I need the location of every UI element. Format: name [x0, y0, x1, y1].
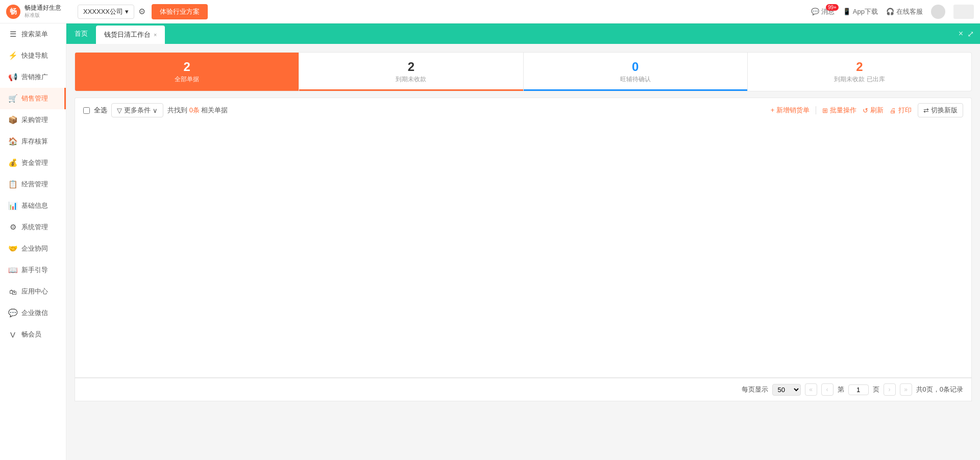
search-icon: ☰ [8, 30, 17, 39]
sidebar-item-wechat[interactable]: 💬 企业微信 [0, 302, 66, 324]
divider [816, 106, 816, 114]
sidebar-label-apps: 应用中心 [21, 287, 48, 296]
app-download-button[interactable]: 📱 App下载 [843, 7, 878, 16]
tab-close-icon[interactable]: × [154, 32, 157, 38]
switch-version-button[interactable]: ⇄ 切换新版 [918, 103, 963, 117]
batch-label: 批量操作 [830, 106, 856, 115]
tab-home-label: 首页 [75, 29, 88, 38]
pagination-bar: 每页显示 50 100 200 « ‹ 第 页 › » 共0页，0条记录 [75, 378, 972, 401]
batch-operation-button[interactable]: ⊞ 批量操作 [822, 106, 856, 115]
tab-expand-icon[interactable]: ⤢ [967, 29, 974, 39]
page-number-input[interactable] [848, 384, 869, 395]
user-menu[interactable] [953, 5, 974, 19]
message-button[interactable]: 💬 消息 99+ [811, 7, 835, 16]
toolbar-left: 全选 ▽ 更多条件 ∨ 共找到 0条 相关单据 [83, 103, 767, 117]
sidebar-item-quicknav[interactable]: ⚡ 快捷导航 [0, 45, 66, 66]
trial-button[interactable]: 体验行业方案 [152, 4, 208, 19]
stat-label-overdue: 到期未收款 [309, 75, 512, 84]
per-page-select[interactable]: 50 100 200 [772, 384, 801, 396]
page-label: 第 [838, 385, 844, 394]
page-total: 共0页，0条记录 [916, 385, 963, 394]
message-badge: 99+ [826, 4, 839, 11]
batch-icon: ⊞ [822, 107, 828, 114]
print-label: 打印 [898, 106, 912, 115]
book-icon: 📖 [8, 265, 17, 275]
sidebar-item-search[interactable]: ☰ 搜索菜单 [0, 23, 66, 45]
warehouse-icon: 🏠 [8, 137, 17, 146]
service-icon: 🎧 [886, 8, 894, 15]
stat-num-pending: 0 [534, 60, 737, 74]
sidebar-label-marketing: 营销推广 [21, 72, 48, 82]
sidebar: ☰ 搜索菜单 ⚡ 快捷导航 📢 营销推广 🛒 销售管理 📦 采购管理 🏠 库存核… [0, 23, 66, 460]
print-icon: 🖨 [890, 107, 896, 114]
phone-icon: 📱 [843, 8, 851, 15]
found-text: 共找到 0条 相关单据 [167, 106, 228, 115]
sidebar-label-basic: 基础信息 [21, 201, 48, 210]
sidebar-item-purchase[interactable]: 📦 采购管理 [0, 109, 66, 131]
sidebar-item-member[interactable]: V 畅会员 [0, 324, 66, 345]
prev-page-button[interactable]: ‹ [821, 383, 834, 396]
select-all-checkbox[interactable] [83, 107, 90, 114]
tab-close-window-icon[interactable]: × [959, 29, 963, 38]
refresh-label: 刷新 [870, 106, 884, 115]
sidebar-item-sales[interactable]: 🛒 销售管理 [0, 88, 66, 109]
message-icon: 💬 [811, 8, 819, 15]
stat-cards: 2 全部单据 2 到期未收款 0 旺辅待确认 2 到期未收款 已出库 [75, 52, 972, 91]
stat-num-all: 2 [85, 60, 288, 74]
found-count: 0条 [189, 106, 200, 114]
company-selector[interactable]: XXXXXX公司 ▾ [78, 5, 134, 19]
sidebar-item-system[interactable]: ⚙ 系统管理 [0, 216, 66, 238]
sidebar-label-search: 搜索菜单 [21, 30, 48, 39]
last-page-button[interactable]: » [900, 383, 912, 396]
sidebar-label-inventory: 库存核算 [21, 137, 48, 146]
tab-home[interactable]: 首页 [66, 23, 96, 44]
sidebar-item-marketing[interactable]: 📢 营销推广 [0, 66, 66, 88]
print-button[interactable]: 🖨 打印 [890, 106, 912, 115]
sidebar-item-operation[interactable]: 📋 经营管理 [0, 174, 66, 195]
filter-icon: ▽ [117, 107, 122, 114]
report-icon: 📋 [8, 180, 17, 189]
refresh-button[interactable]: ↺ 刷新 [863, 106, 884, 115]
select-all-label: 全选 [94, 106, 107, 115]
sidebar-item-apps[interactable]: 🛍 应用中心 [0, 281, 66, 302]
wechat-icon: 💬 [8, 308, 17, 318]
stat-label-pending: 旺辅待确认 [534, 75, 737, 84]
logo-version: 标准版 [24, 12, 61, 19]
company-name: XXXXXX公司 [83, 7, 123, 16]
sidebar-label-system: 系统管理 [21, 223, 48, 232]
header-right: 💬 消息 99+ 📱 App下载 🎧 在线客服 [811, 5, 974, 19]
stat-num-overdue: 2 [309, 60, 512, 74]
stat-card-shipped[interactable]: 2 到期未收款 已出库 [748, 53, 971, 91]
first-page-button[interactable]: « [805, 383, 817, 396]
avatar[interactable] [931, 5, 945, 19]
table-icon: 📊 [8, 201, 17, 210]
filter-button[interactable]: ▽ 更多条件 ∨ [111, 103, 163, 117]
switch-label: 切换新版 [931, 106, 958, 115]
sidebar-item-basic[interactable]: 📊 基础信息 [0, 195, 66, 216]
sidebar-label-member: 畅会员 [21, 330, 41, 339]
apps-icon: 🛍 [8, 287, 17, 296]
chevron-down-icon: ▾ [125, 8, 129, 15]
box-icon: 📦 [8, 115, 17, 125]
settings-icon[interactable]: ⚙ [138, 7, 145, 16]
sidebar-label-wechat: 企业微信 [21, 308, 48, 318]
tab-workbench-label: 钱货日清工作台 [104, 30, 151, 39]
stat-label-shipped: 到期未收款 已出库 [758, 75, 961, 84]
table-area [75, 123, 972, 378]
logo-text: 畅捷通好生意 [24, 4, 61, 12]
tab-workbench[interactable]: 钱货日清工作台 × [96, 26, 165, 44]
stat-card-overdue[interactable]: 2 到期未收款 [299, 53, 523, 91]
sidebar-item-finance[interactable]: 💰 资金管理 [0, 152, 66, 174]
stat-card-pending[interactable]: 0 旺辅待确认 [524, 53, 748, 91]
sidebar-item-guide[interactable]: 📖 新手引导 [0, 259, 66, 281]
filter-label: 更多条件 [124, 106, 151, 115]
sidebar-item-inventory[interactable]: 🏠 库存核算 [0, 131, 66, 152]
sidebar-item-enterprise[interactable]: 🤝 企业协同 [0, 238, 66, 259]
tab-bar-actions: × ⤢ [959, 29, 980, 39]
next-page-button[interactable]: › [884, 383, 896, 396]
stat-card-all[interactable]: 2 全部单据 [75, 53, 299, 91]
online-service-button[interactable]: 🎧 在线客服 [886, 7, 923, 16]
gear-icon: ⚙ [8, 223, 17, 232]
add-sales-order-button[interactable]: + 新增销货单 [771, 106, 810, 115]
money-icon: 💰 [8, 158, 17, 167]
